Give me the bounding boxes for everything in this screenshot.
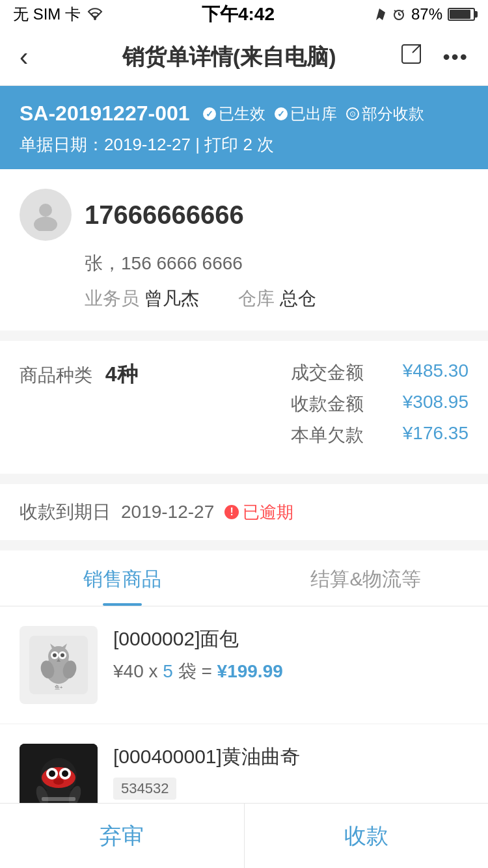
svg-point-13 (53, 653, 57, 657)
status-right: 87% (372, 5, 475, 23)
page-title: 销货单详情(来自电脑) (122, 42, 336, 72)
alarm-icon (392, 7, 406, 21)
stats-type-value: 4种 (105, 362, 138, 386)
collect-payment-button[interactable]: 收款 (245, 804, 489, 868)
nav-actions: ••• (400, 42, 468, 72)
svg-rect-32 (42, 797, 75, 801)
cancel-audit-button[interactable]: 弃审 (0, 804, 245, 868)
customer-row: 17666666666 (20, 189, 468, 241)
order-date: 单据日期：2019-12-27 | 打印 2 次 (20, 133, 468, 156)
owed-row: 本单欠款 ¥176.35 (291, 423, 468, 448)
tab-settlement[interactable]: 结算&物流等 (244, 550, 488, 606)
due-date-section: 收款到期日 2019-12-27 ! 已逾期 (0, 484, 488, 540)
stats-left: 商品种类 4种 (20, 360, 138, 389)
sales-value: 曾凡杰 (144, 286, 199, 311)
product-thumbnail-1: 鱼+ (20, 626, 98, 704)
svg-point-14 (61, 653, 64, 657)
overdue-badge: ! 已逾期 (224, 501, 293, 524)
order-header: SA-20191227-001 ✓ 已生效 ✓ 已出库 ⊙ 部分收款 单据日期：… (0, 86, 488, 169)
warehouse-label: 仓库 (238, 286, 275, 311)
customer-contact: 张，156 6666 6666 (20, 251, 468, 276)
svg-line-5 (413, 45, 420, 53)
svg-text:鱼+: 鱼+ (55, 685, 63, 690)
stats-right: 成交金额 ¥485.30 收款金额 ¥308.95 本单欠款 ¥176.35 (291, 360, 468, 454)
svg-point-0 (94, 18, 96, 20)
check-icon-1: ✓ (203, 107, 216, 120)
share-button[interactable] (400, 42, 423, 72)
status-badges: ✓ 已生效 ✓ 已出库 ⊙ 部分收款 (203, 103, 424, 124)
status-badge-active: ✓ 已生效 (203, 103, 265, 124)
bottom-bar: 弃审 收款 (0, 803, 488, 868)
overdue-icon: ! (224, 505, 239, 519)
sales-label: 业务员 (85, 286, 139, 311)
amount-value: ¥485.30 (403, 360, 468, 385)
location-icon (372, 7, 386, 21)
tabs-section: 销售商品 结算&物流等 (0, 550, 488, 606)
warehouse-value: 总仓 (280, 286, 316, 311)
battery-icon (448, 8, 475, 21)
more-button[interactable]: ••• (442, 45, 468, 69)
customer-id: 17666666666 (85, 200, 244, 230)
status-badge-shipped: ✓ 已出库 (275, 103, 337, 124)
svg-point-27 (62, 770, 68, 777)
due-date-value: 2019-12-27 (121, 502, 214, 522)
clock-icon: ⊙ (346, 107, 359, 120)
nav-bar: ‹ 销货单详情(来自电脑) ••• (0, 29, 488, 86)
battery-text: 87% (411, 5, 442, 23)
stats-section: 商品种类 4种 成交金额 ¥485.30 收款金额 ¥308.95 本单欠款 ¥… (0, 341, 488, 474)
warehouse-meta: 仓库 总仓 (238, 286, 316, 311)
order-id: SA-20191227-001 (20, 102, 190, 126)
svg-point-6 (39, 204, 52, 217)
received-row: 收款金额 ¥308.95 (291, 392, 468, 416)
back-button[interactable]: ‹ (20, 42, 59, 72)
customer-meta: 业务员 曾凡杰 仓库 总仓 (20, 286, 468, 311)
avatar (20, 189, 72, 241)
wifi-icon (86, 8, 104, 21)
status-bar: 无 SIM 卡 下午4:42 87% (0, 0, 488, 29)
check-icon-2: ✓ (275, 107, 288, 120)
amount-row: 成交金额 ¥485.30 (291, 360, 468, 385)
customer-section: 17666666666 张，156 6666 6666 业务员 曾凡杰 仓库 总… (0, 169, 488, 331)
product-name-2: [000400001]黄油曲奇 (113, 744, 468, 770)
received-value: ¥308.95 (403, 392, 468, 416)
owed-value: ¥176.35 (403, 423, 468, 448)
svg-point-28 (53, 778, 64, 785)
product-sku-2: 534532 (113, 778, 176, 800)
svg-point-26 (49, 770, 55, 777)
product-name-1: [0000002]面包 (113, 626, 468, 653)
svg-point-23 (42, 767, 75, 788)
status-badge-partial: ⊙ 部分收款 (346, 103, 424, 124)
status-left: 无 SIM 卡 (13, 4, 104, 25)
order-id-row: SA-20191227-001 ✓ 已生效 ✓ 已出库 ⊙ 部分收款 (20, 102, 468, 126)
carrier-text: 无 SIM 卡 (13, 4, 81, 25)
product-price-1: ¥40 x 5 袋 = ¥199.99 (113, 659, 468, 684)
product-item: 鱼+ [0000002]面包 ¥40 x 5 袋 = ¥199.99 (0, 606, 488, 724)
product-info-1: [0000002]面包 ¥40 x 5 袋 = ¥199.99 (113, 626, 468, 684)
sales-meta: 业务员 曾凡杰 (85, 286, 199, 311)
status-time: 下午4:42 (202, 2, 275, 27)
overdue-text: 已逾期 (243, 501, 293, 524)
tab-sales-products[interactable]: 销售商品 (0, 550, 244, 606)
due-date-label: 收款到期日 (20, 500, 111, 524)
product-total-1: ¥199.99 (217, 661, 283, 681)
svg-point-7 (34, 217, 57, 231)
